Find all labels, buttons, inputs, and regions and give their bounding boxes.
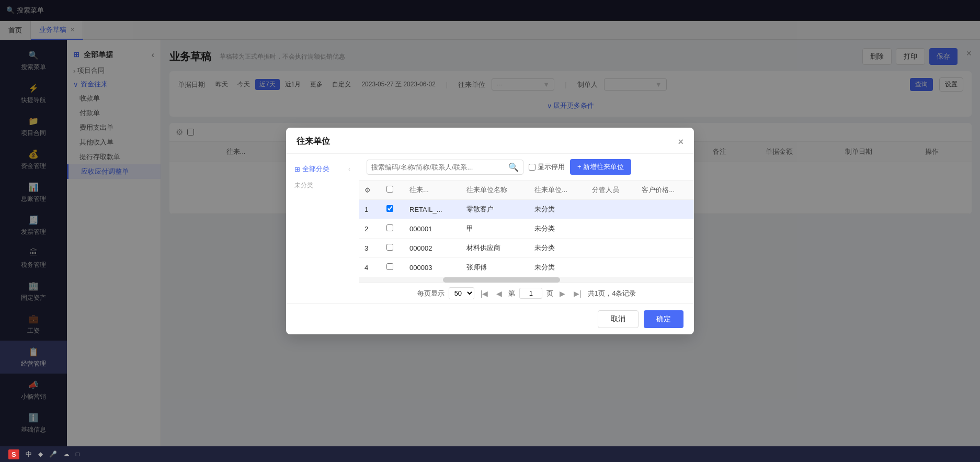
row-check[interactable] [381, 258, 404, 277]
modal-select-all[interactable] [386, 186, 393, 193]
first-page-btn[interactable]: |◀ [478, 288, 491, 299]
page-input[interactable] [519, 288, 542, 299]
confirm-button[interactable]: 确定 [644, 310, 683, 328]
modal-close-btn[interactable]: × [678, 137, 683, 147]
modal-table: ⚙ 往来... 往来单位名称 往来单位... 分管人员 客户价格... 1 [359, 181, 694, 277]
prev-page-btn[interactable]: ◀ [494, 288, 504, 299]
row-manager [587, 200, 636, 219]
status-bar: S 中 ◆ 🎤 ☁ □ [0, 446, 980, 462]
modal-table-row[interactable]: 3 000002 材料供应商 未分类 [359, 239, 694, 258]
modal-hscroll-thumb [443, 277, 560, 283]
row-no: 1 [359, 200, 381, 219]
modal-col-settings: ⚙ [359, 181, 381, 200]
show-disabled-checkbox[interactable] [529, 164, 535, 171]
row-category: 未分类 [529, 239, 587, 258]
row-code: RETAIL_... [404, 200, 461, 219]
row-category: 未分类 [529, 200, 587, 219]
row-price [636, 239, 694, 258]
row-code: 000002 [404, 239, 461, 258]
search-icon: 🔍 [508, 162, 519, 172]
modal-main: 🔍 显示停用 + 新增往来单位 ⚙ [359, 154, 694, 303]
page-label: 第 [508, 289, 515, 298]
modal-table-row[interactable]: 2 000001 甲 未分类 [359, 219, 694, 239]
status-logo: S [8, 449, 19, 459]
row-price [636, 200, 694, 219]
cancel-button[interactable]: 取消 [598, 310, 639, 328]
modal-title: 往来单位 [297, 136, 330, 147]
modal-search-wrap[interactable]: 🔍 [367, 160, 523, 175]
next-page-btn[interactable]: ▶ [557, 288, 567, 299]
modal-toolbar: 🔍 显示停用 + 新增往来单位 [359, 154, 694, 181]
per-page-select[interactable]: 50 [449, 287, 474, 299]
row-manager [587, 258, 636, 277]
row-code: 000003 [404, 258, 461, 277]
row-no: 3 [359, 239, 381, 258]
modal-header: 往来单位 × [286, 128, 694, 154]
per-page-label: 每页显示 [417, 289, 445, 298]
modal-col-category: 往来单位... [529, 181, 587, 200]
row-checkbox[interactable] [386, 224, 393, 231]
row-manager [587, 239, 636, 258]
modal-col-price: 客户价格... [636, 181, 694, 200]
new-unit-btn[interactable]: + 新增往来单位 [570, 159, 631, 175]
row-check[interactable] [381, 200, 404, 219]
modal-actions: 取消 确定 [286, 303, 694, 334]
row-no: 2 [359, 219, 381, 239]
total-info: 共1页，4条记录 [588, 289, 636, 298]
modal-table-wrap: ⚙ 往来... 往来单位名称 往来单位... 分管人员 客户价格... 1 [359, 181, 694, 277]
row-no: 4 [359, 258, 381, 277]
modal-hscroll[interactable] [359, 277, 694, 283]
status-item-diamond: ◆ [38, 450, 43, 458]
row-check[interactable] [381, 239, 404, 258]
row-category: 未分类 [529, 258, 587, 277]
page-suffix: 页 [546, 289, 553, 298]
row-checkbox[interactable] [386, 205, 393, 212]
modal-col-check [381, 181, 404, 200]
status-item-screen: □ [76, 450, 79, 458]
modal-table-row[interactable]: 4 000003 张师傅 未分类 [359, 258, 694, 277]
modal-col-manager: 分管人员 [587, 181, 636, 200]
row-name: 零散客户 [461, 200, 529, 219]
modal-sidebar-all[interactable]: ⊞ 全部分类 ‹ [286, 160, 359, 178]
modal-sidebar-sub: 未分类 [286, 178, 359, 193]
row-check[interactable] [381, 219, 404, 239]
modal-search-input[interactable] [371, 163, 506, 171]
row-name: 张师傅 [461, 258, 529, 277]
modal-col-name: 往来单位名称 [461, 181, 529, 200]
row-price [636, 258, 694, 277]
status-item-zh: 中 [26, 450, 32, 459]
modal-dialog: 往来单位 × ⊞ 全部分类 ‹ 未分类 [286, 128, 694, 334]
status-item-mic: 🎤 [49, 450, 57, 458]
status-item-cloud: ☁ [63, 450, 70, 458]
show-disabled-label[interactable]: 显示停用 [529, 162, 565, 172]
modal-body: ⊞ 全部分类 ‹ 未分类 🔍 显示停用 [286, 154, 694, 303]
modal-col-code: 往来... [404, 181, 461, 200]
modal-sidebar: ⊞ 全部分类 ‹ 未分类 [286, 154, 359, 303]
row-price [636, 219, 694, 239]
row-manager [587, 219, 636, 239]
row-name: 甲 [461, 219, 529, 239]
last-page-btn[interactable]: ▶| [572, 288, 584, 299]
sidebar-collapse-icon[interactable]: ‹ [348, 165, 350, 173]
row-checkbox[interactable] [386, 263, 393, 270]
modal-overlay: 往来单位 × ⊞ 全部分类 ‹ 未分类 [0, 0, 980, 462]
row-category: 未分类 [529, 219, 587, 239]
row-checkbox[interactable] [386, 244, 393, 251]
row-name: 材料供应商 [461, 239, 529, 258]
modal-table-row[interactable]: 1 RETAIL_... 零散客户 未分类 [359, 200, 694, 219]
grid-icon: ⊞ [294, 165, 300, 173]
row-code: 000001 [404, 219, 461, 239]
modal-pagination: 每页显示 50 |◀ ◀ 第 页 ▶ ▶| 共1页，4条记录 [359, 283, 694, 303]
